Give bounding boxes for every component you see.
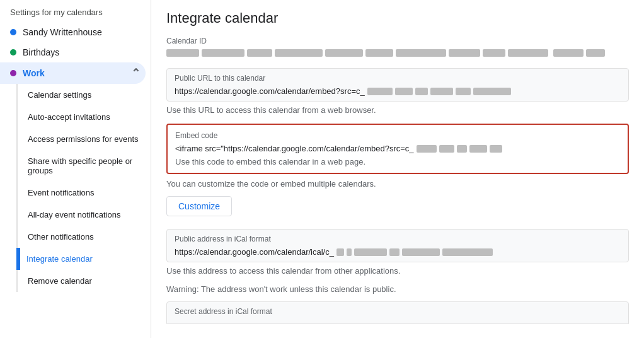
customize-note: You can customize the code or embed mult… [166,179,629,189]
chevron-up-icon: ⌃ [131,66,141,80]
sidebar-item-integrate[interactable]: Integrate calendar [16,248,151,270]
birthdays-dot [10,49,16,55]
sidebar-item-remove[interactable]: Remove calendar [18,270,151,292]
customize-button[interactable]: Customize [166,196,232,216]
sidebar-item-allday-notifications[interactable]: All-day event notifications [18,204,151,226]
page-title: Integrate calendar [166,10,629,26]
sidebar-item-birthdays[interactable]: Birthdays [0,42,151,62]
public-url-help: Use this URL to access this calendar fro… [166,105,629,115]
public-ical-box: Public address in iCal format https://ca… [166,229,629,262]
public-url-label: Public URL to this calendar [175,74,621,83]
embed-code-box: Embed code <iframe src="https://calendar… [166,124,629,174]
sidebar: Settings for my calendars Sandy Writtenh… [0,0,151,338]
work-label: Work [23,68,45,78]
sidebar-item-access-permissions[interactable]: Access permissions for events [18,128,151,150]
public-ical-label: Public address in iCal format [175,235,621,243]
public-url-text: https://calendar.google.com/calendar/emb… [175,86,365,96]
public-ical-warning: Warning: The address won't work unless t… [166,284,629,294]
main-content: Integrate calendar Calendar ID Public UR… [151,0,644,338]
public-ical-help: Use this address to access this calendar… [166,266,629,276]
embed-code-label: Embed code [175,131,620,140]
public-url-box: Public URL to this calendar https://cale… [166,68,629,102]
sidebar-header: Settings for my calendars [0,0,151,22]
sidebar-item-calendar-settings[interactable]: Calendar settings [18,84,151,106]
embed-code-value: <iframe src="https://calendar.google.com… [175,144,620,153]
secret-ical-label: Secret address in iCal format [175,307,621,316]
sidebar-item-event-notifications[interactable]: Event notifications [18,182,151,204]
public-ical-url: https://calendar.google.com/calendar/ica… [175,247,334,257]
calendar-id-value [166,48,629,58]
sandy-dot [10,29,16,35]
sidebar-item-other-notifications[interactable]: Other notifications [18,226,151,248]
sidebar-item-work[interactable]: Work ⌃ [0,62,146,84]
sidebar-item-sandy[interactable]: Sandy Writtenhouse [0,22,151,42]
secret-ical-box: Secret address in iCal format [166,301,629,324]
work-dot [10,70,16,76]
calendar-id-label: Calendar ID [166,37,629,45]
embed-code-help: Use this code to embed this calendar in … [175,157,620,166]
sidebar-item-auto-accept[interactable]: Auto-accept invitations [18,106,151,128]
sandy-label: Sandy Writtenhouse [23,27,102,37]
sidebar-item-share[interactable]: Share with specific people or groups [18,150,151,182]
work-submenu: Calendar settings Auto-accept invitation… [16,84,151,292]
birthdays-label: Birthdays [23,47,59,57]
